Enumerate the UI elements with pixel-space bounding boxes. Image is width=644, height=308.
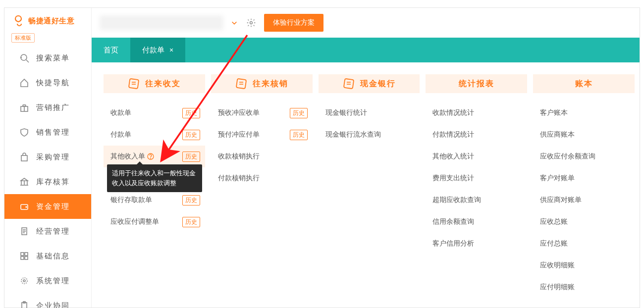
menu-item-label: 应收应付调整单 — [110, 217, 159, 226]
menu-item[interactable]: 应收应付调整单历史 — [104, 211, 205, 233]
menu-item[interactable]: 供应商对账单 — [533, 189, 635, 211]
help-icon[interactable] — [147, 153, 154, 160]
history-tag[interactable]: 历史 — [182, 152, 200, 162]
svg-rect-30 — [236, 79, 246, 89]
nav-item-cog[interactable]: 系统管理 — [4, 268, 91, 293]
history-tag[interactable]: 历史 — [182, 195, 200, 205]
nav-item-label: 快捷导航 — [36, 78, 70, 88]
menu-item[interactable]: 付款情况统计 — [426, 124, 527, 146]
svg-point-29 — [150, 158, 151, 158]
menu-item[interactable]: 收款单历史 — [104, 102, 205, 124]
menu-item-label: 应收应付余额查询 — [540, 152, 595, 161]
history-tag[interactable]: 历史 — [290, 130, 308, 140]
menu-item-label: 供应商账本 — [540, 130, 575, 139]
nav-item-bank[interactable]: 库存核算 — [4, 169, 91, 194]
menu-item[interactable]: 信用余额查询 — [426, 211, 527, 233]
nav-item-shield[interactable]: 销售管理 — [4, 120, 91, 145]
menu-item[interactable]: 收款情况统计 — [426, 102, 527, 124]
svg-point-11 — [26, 206, 27, 207]
svg-rect-25 — [129, 79, 139, 89]
menu-item[interactable]: 费用支出统计 — [426, 167, 527, 189]
doc-icon — [19, 226, 29, 236]
menu-item-label: 超期应收款查询 — [432, 196, 481, 205]
menu-item[interactable]: 预付冲应付单历史 — [211, 124, 313, 146]
bank-icon — [19, 177, 29, 187]
column-header: 统计报表 — [426, 74, 527, 93]
menu-item-label: 应付明细账 — [540, 283, 575, 292]
nav-item-label: 企业协同 — [36, 301, 70, 308]
tab-0[interactable]: 首页 — [92, 38, 130, 62]
menu-item-label: 其他收入统计 — [432, 152, 474, 161]
svg-rect-18 — [21, 257, 24, 259]
column-title: 往来收支 — [145, 79, 181, 89]
menu-item-label: 应付总账 — [540, 239, 568, 248]
cta-button[interactable]: 体验行业方案 — [264, 14, 323, 32]
column-header: 现金银行 — [319, 74, 420, 93]
org-selector[interactable] — [100, 15, 223, 30]
nav-item-bag[interactable]: 采购管理 — [4, 145, 91, 169]
menu-item[interactable]: 供应商账本 — [533, 124, 635, 146]
menu-item-label: 现金银行流水查询 — [325, 130, 381, 139]
chevron-down-icon[interactable] — [230, 19, 238, 27]
menu-item[interactable]: 预收冲应收单历史 — [211, 102, 313, 124]
column-1: 往来核销预收冲应收单历史预付冲应付单历史收款核销执行付款核销执行 — [211, 74, 313, 303]
menu-item[interactable]: 银行存取款单历史 — [104, 189, 205, 211]
menu-item[interactable]: 应收应付余额查询 — [533, 146, 635, 167]
menu-item[interactable]: 客户账本 — [533, 102, 635, 124]
tab-label: 首页 — [104, 46, 118, 55]
menu-item-label: 费用支出统计 — [432, 174, 474, 183]
column-2: 现金银行现金银行统计现金银行流水查询 — [319, 74, 420, 303]
menu-item[interactable]: 应付明细账 — [533, 276, 635, 298]
history-tag[interactable]: 历史 — [290, 108, 308, 118]
menu-item[interactable]: 收款核销执行 — [211, 146, 313, 167]
column-header-icon — [127, 77, 140, 90]
search-icon — [19, 53, 29, 63]
nav-item-label: 销售管理 — [36, 128, 70, 137]
gear-icon[interactable] — [245, 17, 257, 29]
nav-item-label: 营销推广 — [36, 103, 70, 112]
history-tag[interactable]: 历史 — [182, 217, 200, 227]
brand-name: 畅捷通好生意 — [28, 16, 74, 26]
nav-item-clip[interactable]: 企业协同 — [4, 293, 91, 308]
nav-item-wallet[interactable]: 资金管理 — [4, 194, 91, 219]
menu-item[interactable]: 应付总账 — [533, 233, 635, 255]
nav-item-label: 基础信息 — [36, 252, 70, 261]
menu-item[interactable]: 其他收入统计 — [426, 146, 527, 167]
close-icon[interactable]: × — [169, 46, 173, 54]
nav-item-grid[interactable]: 基础信息 — [4, 244, 91, 268]
nav-item-home[interactable]: 快捷导航 — [4, 70, 91, 95]
column-header-icon — [342, 77, 355, 90]
tooltip: 适用于往来收入和一般性现金收入以及应收账款调整 — [107, 164, 202, 192]
edition-badge: 标准版 — [11, 33, 35, 43]
tab-1[interactable]: 付款单× — [130, 38, 185, 62]
menu-item-label: 银行存取款单 — [110, 196, 152, 205]
history-tag[interactable]: 历史 — [182, 130, 200, 140]
menu-item[interactable]: 应收明细账 — [533, 255, 635, 276]
column-4: 账本客户账本供应商账本应收应付余额查询客户对账单供应商对账单应收总账应付总账应收… — [533, 74, 635, 303]
svg-rect-19 — [25, 257, 28, 259]
menu-item-label: 应收明细账 — [540, 261, 575, 270]
header: 体验行业方案 — [92, 8, 640, 38]
menu-item[interactable]: 应收总账 — [533, 211, 635, 233]
history-tag[interactable]: 历史 — [182, 108, 200, 118]
svg-rect-33 — [344, 79, 354, 89]
nav-item-search[interactable]: 搜索菜单 — [4, 46, 91, 70]
nav-item-gift[interactable]: 营销推广 — [4, 95, 91, 120]
tab-bar: 首页付款单× — [92, 38, 640, 62]
menu-item[interactable]: 客户信用分析 — [426, 233, 527, 255]
menu-item[interactable]: 现金银行统计 — [319, 102, 420, 124]
menu-item[interactable]: 付款核销执行 — [211, 167, 313, 189]
menu-item[interactable]: 超期应收款查询 — [426, 189, 527, 211]
menu-item[interactable]: 现金银行流水查询 — [319, 124, 420, 146]
menu-item[interactable]: 付款单历史 — [104, 124, 205, 146]
menu-item[interactable]: 客户对账单 — [533, 167, 635, 189]
tab-label: 付款单 — [142, 46, 164, 55]
bag-icon — [19, 152, 29, 162]
svg-point-24 — [250, 22, 253, 24]
menu-item-label: 收款情况统计 — [432, 108, 474, 117]
nav-item-doc[interactable]: 经营管理 — [4, 219, 91, 244]
menu-item-label: 供应商对账单 — [540, 196, 582, 205]
grid-icon — [19, 251, 29, 261]
column-title: 统计报表 — [459, 79, 494, 89]
nav-item-label: 库存核算 — [36, 177, 70, 187]
